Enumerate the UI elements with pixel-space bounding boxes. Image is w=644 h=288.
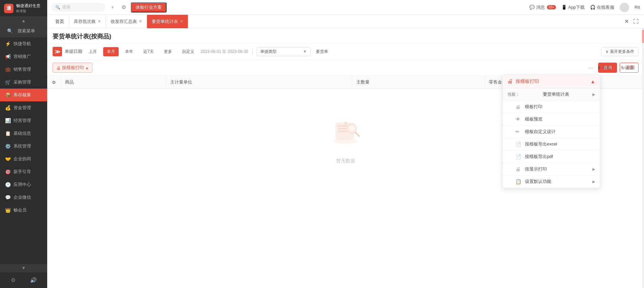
- finance-icon: 💰: [5, 105, 11, 111]
- filter-toggle-button[interactable]: ≫: [53, 47, 62, 56]
- purchase-icon: 🛒: [5, 79, 11, 85]
- right-scrollbar[interactable]: [642, 28, 644, 288]
- refresh-icon: ↻: [621, 65, 625, 70]
- tab-receipt-summary[interactable]: 收发存汇总表 ✕: [106, 15, 147, 28]
- sidebar-bottom: ⚙ 🔊: [0, 272, 47, 288]
- sidebar: 通 畅捷通好生意 标准版 ▲ 🔍 搜索菜单 ⚡ 快捷导航 📢 营销推广 💼 销售…: [0, 0, 47, 288]
- date-more[interactable]: 更多: [160, 47, 176, 56]
- sidebar-item-guide[interactable]: 🎯 新手引导: [0, 165, 47, 178]
- topbar-online-service[interactable]: 🎧 在线客服: [590, 4, 614, 10]
- date-range-display: 2023-06-01 至 2023-06-30: [201, 49, 248, 55]
- logo-text: 畅捷通好生意 标准版: [16, 3, 40, 13]
- tab-batch-account[interactable]: 库存批次账 ✕: [69, 15, 106, 28]
- print-menu-current-item[interactable]: 当前： 要货单统计表 ▶: [503, 88, 600, 101]
- template-preview-item[interactable]: 👁 模板预览: [503, 113, 600, 126]
- tab-order-stats-label: 要货单统计表: [152, 19, 178, 25]
- sidebar-item-inventory[interactable]: 📦 库存核算: [0, 89, 47, 101]
- table-col-settings[interactable]: ⚙: [47, 76, 61, 89]
- order-type-select[interactable]: 单据类型 ▼: [257, 47, 311, 56]
- message-icon: 💬: [529, 5, 535, 10]
- svg-line-7: [355, 132, 359, 136]
- sidebar-item-basic[interactable]: 📋 基础信息: [0, 127, 47, 140]
- print-dropdown-arrow: ▲: [85, 66, 89, 70]
- sidebar-item-label: 企业微信: [13, 194, 31, 200]
- sidebar-scroll-up[interactable]: ▲: [0, 17, 47, 25]
- sidebar-item-label: 应用中心: [13, 182, 31, 188]
- template-export-excel-label: 按模板导出excel: [525, 141, 557, 147]
- tab-receipt-summary-close[interactable]: ✕: [139, 19, 142, 24]
- display-print-group[interactable]: 🖨 按显示打印 ▶: [503, 163, 600, 175]
- date-this-month[interactable]: 本月: [103, 47, 119, 56]
- print-menu-header[interactable]: 🖨 按模板打印 ▲: [503, 75, 600, 88]
- sidebar-scroll-down[interactable]: ▼: [0, 264, 47, 272]
- sidebar-item-label: 销售管理: [13, 66, 31, 72]
- date-custom[interactable]: 自定义: [178, 47, 198, 56]
- tab-order-stats[interactable]: 要货单统计表 ✕: [147, 15, 188, 28]
- template-export-pdf-item[interactable]: 📄 按模板导出pdf: [503, 151, 600, 163]
- svg-point-6: [348, 125, 355, 132]
- sidebar-item-system[interactable]: ⚙️ 系统管理: [0, 140, 47, 153]
- print-menu-close-chevron[interactable]: ▲: [590, 79, 595, 84]
- default-func-group[interactable]: 📋 设置默认功能 ▶: [503, 175, 600, 188]
- topbar-promo-button[interactable]: 体验行业方案: [131, 2, 167, 12]
- tab-controls: ✕ ⛶: [618, 17, 644, 26]
- sidebar-item-appstore[interactable]: 🕐 应用中心: [0, 178, 47, 191]
- template-print-label: 模板打印: [525, 104, 543, 110]
- avatar[interactable]: [620, 3, 629, 12]
- date-last-7-days[interactable]: 近7天: [140, 47, 157, 56]
- tab-batch-account-close[interactable]: ✕: [98, 19, 101, 24]
- tabs-bar: 首页 库存批次账 ✕ 收发存汇总表 ✕ 要货单统计表 ✕ ✕ ⛶: [47, 15, 644, 28]
- sidebar-item-label: 资金管理: [13, 105, 31, 111]
- sidebar-item-sales[interactable]: 💼 销售管理: [0, 63, 47, 76]
- print-dropdown-button[interactable]: 🖨 按模板打印 ▲: [53, 63, 92, 73]
- inventory-icon: 📦: [5, 92, 11, 98]
- topbar-gear-icon[interactable]: ⚙: [121, 4, 126, 10]
- filter-bar: ≫ 单据日期 上月 本月 本年 近7天 更多 自定义 2023-06-01 至 …: [47, 43, 644, 60]
- topbar-message[interactable]: 💬 消息 99+: [529, 4, 556, 10]
- template-print-item[interactable]: 🖨 模板打印: [503, 101, 600, 113]
- sidebar-settings-icon[interactable]: ⚙: [9, 276, 17, 285]
- basic-icon: 📋: [5, 130, 11, 136]
- sidebar-item-vip[interactable]: 👑 畅会员: [0, 204, 47, 217]
- sidebar-item-label: 新手引导: [13, 169, 31, 175]
- guide-icon: 🎯: [5, 169, 11, 175]
- sidebar-item-label: 畅会员: [13, 207, 27, 213]
- refresh-button[interactable]: ↻ 刷新: [617, 63, 639, 73]
- topbar-search[interactable]: 🔍 搜索: [51, 3, 105, 11]
- sidebar-speaker-icon[interactable]: 🔊: [29, 276, 38, 285]
- username: Rit: [635, 5, 640, 10]
- template-design-item[interactable]: ✏ 模板自定义设计: [503, 126, 600, 138]
- template-export-excel-item[interactable]: 📄 按模板导出excel: [503, 138, 600, 151]
- print-menu-header-label: 按模板打印: [516, 78, 539, 85]
- sidebar-item-search[interactable]: 🔍 搜索菜单: [0, 25, 47, 37]
- tab-close-all[interactable]: ✕: [622, 17, 631, 26]
- sidebar-item-operation[interactable]: 📊 经营管理: [0, 114, 47, 127]
- date-prev-month[interactable]: 上月: [85, 47, 100, 56]
- column-settings-icon[interactable]: ⚙: [52, 80, 56, 85]
- tab-receipt-summary-label: 收发存汇总表: [111, 19, 137, 25]
- expand-conditions-button[interactable]: ∨ 展开更多条件: [601, 47, 639, 56]
- search-icon: 🔍: [7, 28, 13, 34]
- topbar-app-download[interactable]: 📱 App下载: [561, 4, 585, 10]
- sidebar-item-wechat[interactable]: 💬 企业微信: [0, 191, 47, 204]
- collab-icon: 🤝: [5, 156, 11, 162]
- tab-home[interactable]: 首页: [50, 15, 69, 28]
- sidebar-item-label: 营销推广: [13, 54, 31, 60]
- sidebar-item-collab[interactable]: 🤝 企业协同: [0, 153, 47, 165]
- order-type-arrow: ▼: [303, 49, 307, 54]
- table-col-quantity: 主数量: [352, 76, 485, 89]
- sidebar-item-quick-nav[interactable]: ⚡ 快捷导航: [0, 37, 47, 50]
- print-menu-current-arrow: ▶: [592, 92, 595, 97]
- topbar-dropdown-arrow[interactable]: ▼: [109, 4, 117, 10]
- tab-order-stats-close[interactable]: ✕: [180, 19, 183, 24]
- template-design-label: 模板自定义设计: [525, 129, 556, 135]
- display-print-chevron: ▶: [592, 167, 595, 171]
- sidebar-item-marketing[interactable]: 📢 营销推广: [0, 50, 47, 63]
- export-button[interactable]: ⬆ 导出: [593, 63, 615, 73]
- sidebar-item-finance[interactable]: 💰 资金管理: [0, 101, 47, 114]
- sidebar-item-purchase[interactable]: 🛒 采购管理: [0, 76, 47, 89]
- page-content: 要货单统计表(按商品) ≫ 单据日期 上月 本月 本年 近7天 更多 自定义 2…: [47, 28, 644, 288]
- date-this-year[interactable]: 本年: [121, 47, 137, 56]
- default-func-icon: 📋: [516, 179, 522, 184]
- tab-expand[interactable]: ⛶: [631, 17, 641, 26]
